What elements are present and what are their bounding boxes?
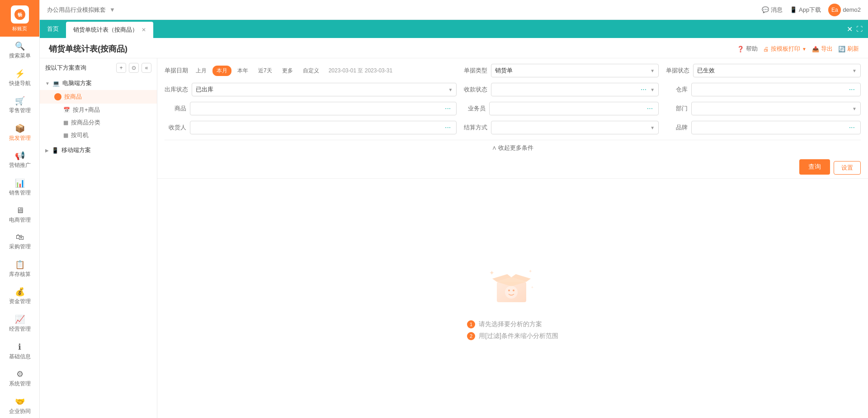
sidebar-item-search[interactable]: 🔍 搜索菜单 — [0, 37, 39, 64]
staff-label: 业务员 — [464, 104, 489, 113]
recipient-dots-btn[interactable]: ··· — [443, 124, 453, 132]
filter-item-dept: 部门 ▼ — [666, 102, 861, 115]
goods-dots-btn[interactable]: ··· — [443, 104, 453, 113]
collapse-label: ∧ 收起更多条件 — [492, 144, 534, 151]
scheme-item-label-driver: 按司机 — [71, 131, 89, 139]
app-download-btn[interactable]: 📱 App下载 — [790, 6, 821, 14]
scheme-collapse-btn[interactable]: « — [142, 63, 151, 73]
sidebar-item-enterprise-collab[interactable]: 🤝 企业协同 — [0, 392, 39, 418]
refresh-btn[interactable]: 🔄 刷新 — [838, 45, 859, 53]
industry-label: 办公用品行业模拟账套 — [47, 6, 106, 14]
sidebar-label-sales: 销售管理 — [9, 190, 31, 197]
top-bar-right: 💬 消息 📱 App下载 Ea demo2 — [762, 4, 861, 16]
print-btn[interactable]: 🖨 按模板打印 ▼ — [763, 45, 807, 53]
type-select[interactable]: 销货单 ▼ — [491, 64, 659, 77]
messages-label: 消息 — [771, 6, 783, 14]
sidebar-item-retail[interactable]: 🛒 零售管理 — [0, 91, 39, 119]
date-tab-last-month[interactable]: 上月 — [192, 66, 211, 76]
date-label: 单据日期 — [165, 66, 192, 75]
dept-select[interactable]: ▼ — [691, 102, 861, 115]
date-tab-this-month[interactable]: 本月 — [212, 66, 231, 76]
date-tab-this-year[interactable]: 本年 — [233, 66, 252, 76]
brand-dots-btn[interactable]: ··· — [847, 124, 857, 132]
dept-dropdown-icon: ▼ — [852, 106, 857, 111]
collapse-conditions-btn[interactable]: ∧ 收起更多条件 — [165, 140, 861, 156]
sidebar-item-operations[interactable]: 📈 经营管理 — [0, 310, 39, 337]
sidebar-item-basic-info[interactable]: ℹ 基础信息 — [0, 337, 39, 365]
sidebar-item-finance[interactable]: 💰 资金管理 — [0, 282, 39, 310]
sidebar-item-ecommerce[interactable]: 🖥 电商管理 — [0, 201, 39, 228]
tab-minimize-btn[interactable]: ✕ — [847, 25, 853, 33]
user-area[interactable]: Ea demo2 — [828, 4, 861, 16]
empty-tip-1: 1 请先选择要分析的方案 — [467, 320, 558, 328]
sidebar-item-system[interactable]: ⚙ 系统管理 — [0, 365, 39, 392]
sidebar-label-finance: 资金管理 — [9, 298, 31, 305]
stock-out-value: 已出库 — [196, 86, 213, 94]
content-area: 销货单统计表(按商品) ❓ 帮助 🖨 按模板打印 ▼ 📤 导出 🔄 刷新 — [40, 38, 868, 418]
goods-input[interactable]: ··· — [190, 102, 457, 115]
type-dropdown-icon: ▼ — [650, 68, 655, 73]
export-icon: 📤 — [812, 46, 819, 52]
query-button[interactable]: 查询 — [799, 159, 830, 175]
date-control: 上月 本月 本年 近7天 更多 自定义 2023-03-01 至 2023-03… — [192, 66, 457, 76]
empty-state: ✦ ✦ ✦ 1 请先选择要分析的方案 2 用[过滤]条件来缩小分析范围 — [157, 179, 868, 418]
staff-input[interactable]: ··· — [489, 102, 659, 115]
sidebar: 畅 标账页 🔍 搜索菜单 ⚡ 快捷导航 🛒 零售管理 📦 批发管理 📢 营销推广… — [0, 0, 40, 418]
scheme-panel: 按以下方案查询 + ⊙ « ▼ 💻 电脑端方案 — [40, 58, 157, 418]
scheme-group-desktop-header[interactable]: ▼ 💻 电脑端方案 — [40, 76, 157, 90]
filter-row-3: 商品 ··· 业务员 ··· 部门 — [165, 102, 861, 115]
type-value: 销货单 — [495, 66, 513, 75]
date-tab-more[interactable]: 更多 — [278, 66, 297, 76]
tab-close-btn[interactable]: ✕ — [142, 27, 146, 33]
scheme-item-icon-month: 📅 — [63, 107, 70, 113]
filter-item-warehouse: 仓库 ··· — [666, 83, 861, 96]
brand-input[interactable]: ··· — [691, 121, 861, 134]
settings-button[interactable]: 设置 — [834, 161, 861, 175]
svg-point-3 — [505, 286, 518, 299]
sidebar-label-inventory: 库存核算 — [9, 271, 31, 278]
date-tab-7days[interactable]: 近7天 — [254, 66, 276, 76]
scheme-add-btn[interactable]: + — [116, 63, 126, 73]
recipient-input[interactable]: ··· — [190, 121, 457, 134]
export-btn[interactable]: 📤 导出 — [812, 45, 833, 53]
staff-dots-btn[interactable]: ··· — [645, 104, 655, 113]
marketing-icon: 📢 — [15, 151, 25, 161]
filter-item-status: 单据状态 已生效 ▼ — [666, 64, 861, 77]
tab-home[interactable]: 首页 — [40, 20, 66, 38]
sidebar-item-sales[interactable]: 📊 销售管理 — [0, 174, 39, 201]
sidebar-item-inventory[interactable]: 📋 库存核算 — [0, 255, 39, 283]
group-label: 电脑端方案 — [62, 79, 92, 87]
svg-text:✦: ✦ — [489, 269, 495, 276]
payment-method-select[interactable]: ▼ — [491, 121, 659, 134]
tab-maximize-btn[interactable]: ⛶ — [856, 25, 863, 33]
download-icon: 📱 — [790, 6, 797, 13]
payment-dots-btn[interactable]: ··· — [639, 86, 648, 94]
messages-btn[interactable]: 💬 消息 — [762, 6, 783, 14]
status-select[interactable]: 已生效 ▼ — [693, 64, 861, 77]
sidebar-label-wholesale: 批发管理 — [9, 135, 31, 142]
sidebar-item-purchase[interactable]: 🛍 采购管理 — [0, 228, 39, 255]
user-name: demo2 — [843, 6, 861, 13]
scheme-item-by-driver[interactable]: ▦ 按司机 — [40, 129, 157, 142]
scheme-item-by-month-goods[interactable]: 📅 按月+商品 — [40, 104, 157, 116]
tab-sales-stats[interactable]: 销货单统计表（按商品） ✕ — [66, 22, 153, 38]
scheme-group-mobile-header[interactable]: ▶ 📱 移动端方案 — [40, 143, 157, 157]
filter-row-1: 单据日期 上月 本月 本年 近7天 更多 自定义 20 — [165, 64, 861, 77]
scheme-item-by-goods[interactable]: 按商品 — [40, 90, 157, 104]
stock-out-select[interactable]: 已出库 ▼ — [192, 83, 457, 96]
operations-icon: 📈 — [15, 314, 25, 324]
date-tab-custom[interactable]: 自定义 — [299, 66, 323, 76]
enterprise-collab-icon: 🤝 — [15, 397, 25, 407]
payment-input[interactable]: ··· ▼ — [491, 83, 659, 96]
industry-dropdown-icon[interactable]: ▼ — [109, 6, 115, 13]
sidebar-item-marketing[interactable]: 📢 营销推广 — [0, 146, 39, 174]
sidebar-item-quick-nav[interactable]: ⚡ 快捷导航 — [0, 64, 39, 92]
tip-text-2: 用[过滤]条件来缩小分析范围 — [479, 332, 558, 340]
warehouse-dots-btn[interactable]: ··· — [847, 86, 857, 94]
help-btn[interactable]: ❓ 帮助 — [737, 45, 758, 53]
scheme-settings-btn[interactable]: ⊙ — [129, 63, 139, 73]
scheme-item-by-category[interactable]: ▦ 按商品分类 — [40, 116, 157, 129]
sidebar-item-wholesale[interactable]: 📦 批发管理 — [0, 119, 39, 147]
tip-num-1: 1 — [467, 320, 475, 328]
warehouse-input[interactable]: ··· — [691, 83, 861, 96]
